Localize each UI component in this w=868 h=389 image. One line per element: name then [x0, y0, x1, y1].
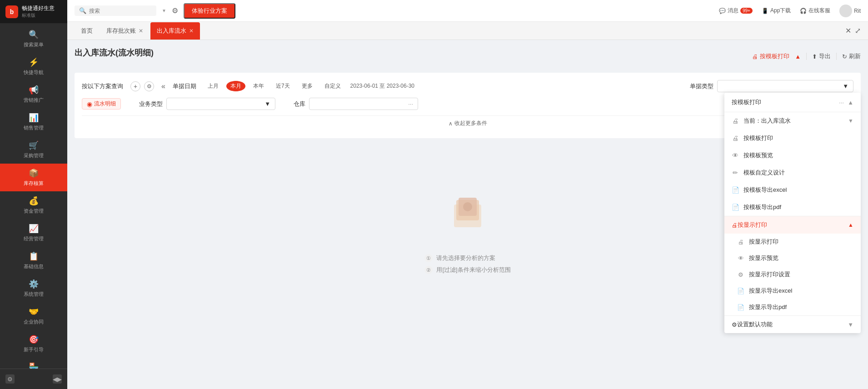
- sidebar-item-finance[interactable]: 💰资金管理: [0, 191, 67, 219]
- default-settings-icon: ⚙: [732, 321, 737, 328]
- user-avatar[interactable]: Rit: [839, 5, 861, 17]
- settings-gear-icon[interactable]: ⚙: [5, 374, 15, 384]
- sidebar-item-inventory[interactable]: 📦库存核算: [0, 164, 67, 191]
- filter-collapse-icon[interactable]: «: [161, 82, 165, 90]
- sidebar-item-basic[interactable]: 📋基础信息: [0, 247, 67, 274]
- dropdown-template-print[interactable]: 🖨 按模板打印: [724, 130, 861, 147]
- sidebar-item-search[interactable]: 🔍搜索菜单: [0, 25, 67, 53]
- date-custom[interactable]: 自定义: [320, 81, 345, 91]
- date-range-display: 2023-06-01 至 2023-06-30: [350, 82, 414, 90]
- template-pdf-icon: 📄: [732, 204, 739, 211]
- display-print-settings[interactable]: ⚙ 按显示打印设置: [724, 266, 861, 283]
- refresh-button[interactable]: ↻ 刷新: [842, 52, 861, 60]
- display-settings-icon: ⚙: [737, 271, 744, 278]
- date-this-month[interactable]: 本月: [226, 81, 245, 91]
- warehouse-select-more-icon: ···: [408, 100, 413, 107]
- template-preview-icon: 👁: [732, 152, 739, 159]
- nav-label-shortcut: 快捷导航: [24, 69, 44, 76]
- dropdown-display-section: 🖨 按显示打印 ▲ 🖨 按显示打印 👁 按显示预览 ⚙ 按显示打印设置: [724, 216, 861, 315]
- close-flow-tab-icon[interactable]: ✕: [189, 28, 194, 34]
- dropdown-current[interactable]: 🖨 当前：出入库流水 ▼: [724, 112, 861, 130]
- sidebar-item-app[interactable]: 🏪应用中心: [0, 358, 67, 369]
- dropdown-more-icon[interactable]: ···: [839, 99, 844, 106]
- date-this-year[interactable]: 本年: [249, 81, 268, 91]
- nav-icon-purchase: 🛒: [29, 140, 39, 150]
- page-content-inner: 出入库流水(流水明细) 🖨 按模板打印 ▲ ⬆ 导出 ↻ 刷新: [75, 47, 861, 301]
- nav-icon-finance: 💰: [29, 196, 39, 206]
- online-service-button[interactable]: 🎧 在线客服: [800, 7, 830, 15]
- display-pdf[interactable]: 📄 按显示导出pdf: [724, 299, 861, 315]
- biz-type-select[interactable]: ▼: [166, 98, 275, 110]
- date-more[interactable]: 更多: [298, 81, 317, 91]
- tab-maximize-button[interactable]: ⤢: [855, 26, 861, 35]
- search-input[interactable]: [89, 8, 144, 14]
- dropdown-up-icon[interactable]: ▲: [848, 99, 853, 106]
- nav-label-sales: 销售管理: [24, 125, 44, 131]
- message-icon: 💬: [719, 8, 726, 14]
- topbar: 🔍 ▼ ⚙ 体验行业方案 💬 消息 99+ 📱 App下载 🎧 在线客服 Rit: [67, 0, 868, 22]
- display-section-header[interactable]: 🖨 按显示打印 ▲: [724, 216, 861, 234]
- topbar-gear-icon[interactable]: ⚙: [172, 6, 178, 15]
- close-batch-tab-icon[interactable]: ✕: [139, 28, 143, 34]
- template-excel-icon: 📄: [732, 186, 739, 194]
- chevron-up-icon[interactable]: ▲: [795, 53, 801, 60]
- dropdown-template-custom[interactable]: ✏ 模板自定义设计: [724, 164, 861, 181]
- tab-flow[interactable]: 出入库流水 ✕: [150, 22, 200, 40]
- sidebar-item-operations[interactable]: 📈经营管理: [0, 219, 67, 247]
- dropdown-title: 按模板打印: [732, 98, 761, 106]
- warehouse-select[interactable]: ···: [309, 98, 418, 110]
- phone-icon: 📱: [762, 8, 768, 14]
- sidebar-item-shortcut[interactable]: ⚡快捷导航: [0, 53, 67, 80]
- nav-icon-shortcut: ⚡: [29, 57, 39, 67]
- sidebar-item-enterprise[interactable]: 🤝企业协同: [0, 302, 67, 330]
- dropdown-header: 按模板打印 ··· ▲: [724, 93, 861, 112]
- app-logo: b 畅捷通好生意 标准版: [0, 0, 67, 23]
- search-chevron-icon[interactable]: ▼: [162, 8, 166, 13]
- nav-icon-enterprise: 🤝: [29, 307, 39, 317]
- sidebar-item-purchase[interactable]: 🛒采购管理: [0, 136, 67, 164]
- tab-home[interactable]: 首页: [75, 22, 99, 40]
- sidebar-item-marketing[interactable]: 📢营销推广: [0, 80, 67, 108]
- tab-bar-actions: ✕ ⤢: [845, 26, 861, 35]
- message-button[interactable]: 💬 消息 99+: [719, 7, 753, 15]
- page-header: 出入库流水(流水明细) 🖨 按模板打印 ▲ ⬆ 导出 ↻ 刷新: [75, 47, 861, 65]
- display-print-icon: 🖨: [737, 239, 744, 245]
- add-filter-button[interactable]: +: [130, 81, 140, 91]
- sidebar-collapse-icon[interactable]: ◀▶: [53, 374, 62, 384]
- sidebar-item-system[interactable]: ⚙️系统管理: [0, 274, 67, 302]
- biz-select-chevron-icon: ▼: [264, 100, 270, 107]
- template-custom-icon: ✏: [732, 169, 739, 176]
- dropdown-template-excel[interactable]: 📄 按模板导出excel: [724, 181, 861, 199]
- display-preview[interactable]: 👁 按显示预览: [724, 250, 861, 266]
- headset-icon: 🎧: [800, 8, 807, 14]
- empty-step-1: ① 请先选择要分析的方案: [424, 254, 510, 262]
- display-preview-icon: 👁: [737, 255, 744, 262]
- date-7days[interactable]: 近7天: [272, 81, 294, 91]
- sidebar-item-guide[interactable]: 🎯新手引导: [0, 330, 67, 358]
- doc-type-select[interactable]: ▼: [717, 80, 853, 92]
- nav-label-enterprise: 企业协同: [24, 319, 44, 325]
- printer-icon: 🖨: [752, 53, 758, 60]
- display-print[interactable]: 🖨 按显示打印: [724, 234, 861, 250]
- dropdown-template-pdf[interactable]: 📄 按模板导出pdf: [724, 199, 861, 216]
- divider2: [836, 53, 837, 60]
- trial-button[interactable]: 体验行业方案: [184, 3, 235, 19]
- display-excel[interactable]: 📄 按显示导出excel: [724, 283, 861, 299]
- tab-close-window-button[interactable]: ✕: [845, 26, 851, 35]
- page-header-actions: 🖨 按模板打印 ▲ ⬆ 导出 ↻ 刷新: [752, 52, 861, 60]
- topbar-search[interactable]: 🔍: [75, 5, 156, 16]
- export-button[interactable]: ⬆ 导出: [812, 52, 831, 60]
- date-last-month[interactable]: 上月: [204, 81, 223, 91]
- filter-settings-button[interactable]: ⚙: [144, 81, 154, 91]
- sidebar-item-sales[interactable]: 📊销售管理: [0, 108, 67, 136]
- tab-batch[interactable]: 库存批次账 ✕: [100, 22, 150, 40]
- display-pdf-icon: 📄: [737, 304, 744, 311]
- dropdown-template-preview[interactable]: 👁 按模板预览: [724, 147, 861, 164]
- dropdown-footer[interactable]: ⚙ 设置默认功能 ▼: [724, 315, 861, 333]
- export-icon: ⬆: [812, 53, 817, 60]
- app-download-button[interactable]: 📱 App下载: [762, 7, 791, 15]
- nav-icon-basic: 📋: [29, 251, 39, 261]
- collapse-up-icon: ∧: [449, 120, 453, 127]
- biz-type-label: 业务类型: [139, 100, 163, 108]
- print-template-button[interactable]: 🖨 按模板打印: [752, 52, 789, 60]
